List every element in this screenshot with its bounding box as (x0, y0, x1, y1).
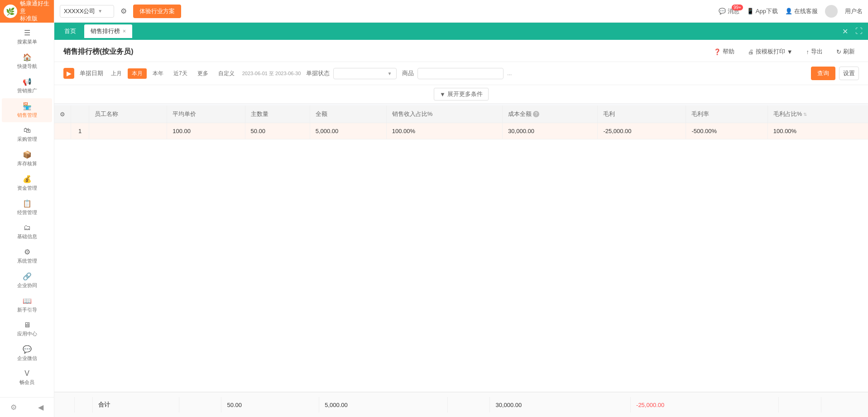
query-button[interactable]: 查询 (811, 67, 835, 80)
footer-table: 合计 50.00 5,000.00 30,000.00 -25,000.00 (60, 397, 863, 412)
system-label: 系统管理 (17, 258, 37, 264)
sidebar-item-inventory[interactable]: 📦 库存核算 (2, 147, 52, 171)
col-sales-pct: 销售收入占比% (386, 105, 502, 123)
trial-button[interactable]: 体验行业方案 (133, 5, 181, 18)
row-avg-price-0: 100.00 (167, 123, 245, 139)
footer-gross-pct (821, 397, 863, 412)
settings-button[interactable]: 设置 (839, 67, 859, 80)
date-tab-custom[interactable]: 自定义 (214, 68, 239, 79)
print-button[interactable]: 🖨 按模板打印 ▼ (744, 45, 797, 58)
refresh-icon: ↻ (836, 48, 841, 55)
appstore-label: 应用中心 (17, 331, 37, 337)
expand-conditions-btn[interactable]: ▼ 展开更多条件 (434, 88, 489, 101)
footer-amount: 5,000.00 (319, 397, 447, 412)
date-range-display: 2023-06-01 至 2023-06-30 (242, 70, 301, 77)
sidebar-item-basic[interactable]: 🗂 基础信息 (2, 220, 52, 244)
goods-filter-input[interactable] (417, 68, 504, 79)
wechat-label: 企业微信 (17, 355, 37, 362)
footer-sales-pct (447, 397, 490, 412)
col-name: 员工名称 (89, 105, 167, 123)
tab-bar-close-icon[interactable]: ✕ (840, 25, 850, 38)
expand-row: ▼ 展开更多条件 (54, 85, 868, 104)
expand-icon: ▼ (440, 91, 446, 98)
basic-label: 基础信息 (17, 233, 37, 240)
col-gross-pct: 毛利占比% ⇅ (767, 105, 868, 123)
sidebar-nav: ☰ 搜索菜单 🏠 快捷导航 📢 营销推广 🏪 销售管理 🛍 采购管理 📦 库存核… (0, 23, 54, 397)
sales-label: 销售管理 (17, 112, 37, 119)
row-settings-0[interactable] (54, 123, 71, 139)
tab-close-icon[interactable]: × (123, 28, 126, 34)
sidebar-item-finance[interactable]: 💰 资金管理 (2, 171, 52, 195)
online-service-link[interactable]: 👤 在线客服 (785, 7, 818, 15)
header-settings-icon[interactable]: ⚙ (119, 5, 129, 17)
wechat-icon: 💬 (23, 345, 32, 354)
col-quantity: 主数量 (245, 105, 310, 123)
sidebar-item-purchase[interactable]: 🛍 采购管理 (2, 123, 52, 146)
app-download-link[interactable]: 📱 App下载 (747, 7, 778, 15)
sales-icon: 🏪 (23, 102, 32, 110)
gross-pct-sort-icon[interactable]: ⇅ (803, 112, 807, 117)
refresh-button[interactable]: ↻ 刷新 (832, 45, 859, 58)
user-avatar[interactable] (825, 5, 838, 18)
sidebar-item-search[interactable]: ☰ 搜索菜单 (2, 25, 52, 49)
shortcut-icon: 🏠 (23, 53, 32, 62)
sidebar-item-operation[interactable]: 📋 经营管理 (2, 196, 52, 220)
date-tab-this-month[interactable]: 本月 (128, 68, 147, 79)
operation-icon: 📋 (23, 199, 32, 208)
export-button[interactable]: ↑ 导出 (802, 45, 827, 58)
date-tab-last-month[interactable]: 上月 (107, 68, 126, 79)
date-filter-group: 单据日期 上月 本月 本年 近7天 更多 自定义 2023-06-01 至 20… (80, 68, 301, 79)
search-icon: ☰ (24, 29, 30, 37)
collab-label: 企业协同 (17, 282, 37, 289)
table-container: ⚙ 员工名称 平均单价 主数量 全额 销售收入占比% 成本全额 ? (54, 105, 868, 392)
sidebar-item-sales[interactable]: 🏪 销售管理 (2, 98, 52, 122)
filter-bar: ▶ 单据日期 上月 本月 本年 近7天 更多 自定义 2023-06-01 至 … (54, 62, 868, 85)
collab-icon: 🔗 (23, 272, 32, 281)
sidebar-item-wechat[interactable]: 💬 企业微信 (2, 341, 52, 365)
date-tab-more[interactable]: 更多 (193, 68, 212, 79)
status-select[interactable]: ▼ (333, 68, 397, 79)
help-button[interactable]: ❓ 帮助 (710, 45, 739, 58)
purchase-label: 采购管理 (17, 136, 37, 143)
status-select-arrow: ▼ (387, 71, 392, 76)
date-tab-this-year[interactable]: 本年 (149, 68, 168, 79)
page-actions: ❓ 帮助 🖨 按模板打印 ▼ ↑ 导出 ↻ 刷新 (710, 45, 859, 58)
sidebar-collapse-icon[interactable]: ◀ (36, 401, 45, 413)
service-icon: 👤 (785, 8, 792, 14)
message-icon: 💬 (719, 8, 726, 14)
message-button[interactable]: 💬 消息 99+ (719, 7, 739, 15)
company-selector[interactable]: XXXXX公司 ▼ (60, 5, 114, 18)
footer-cost: 30,000.00 (490, 397, 631, 412)
member-icon: V (24, 369, 29, 378)
content-area: 销售排行榜(按业务员) ❓ 帮助 🖨 按模板打印 ▼ ↑ 导出 ↻ 刷新 (54, 40, 868, 417)
cost-info-icon[interactable]: ? (533, 111, 539, 117)
footer-empty-rank (74, 397, 92, 412)
finance-icon: 💰 (23, 175, 32, 183)
refresh-label: 刷新 (843, 48, 855, 56)
sidebar-item-appstore[interactable]: 🖥 应用中心 (2, 317, 52, 341)
marketing-label: 营销推广 (17, 87, 37, 94)
sidebar-item-marketing[interactable]: 📢 营销推广 (2, 74, 52, 98)
col-settings[interactable]: ⚙ (54, 105, 71, 123)
goods-filter-more[interactable]: ... (507, 70, 512, 77)
sidebar-item-collab[interactable]: 🔗 企业协同 (2, 268, 52, 292)
col-avg-price: 平均单价 (167, 105, 245, 123)
row-gross-rate-0: -500.00% (686, 123, 767, 139)
sidebar-item-member[interactable]: V 畅会员 (2, 366, 52, 389)
sidebar-item-guide[interactable]: 📖 新手引导 (2, 293, 52, 317)
service-label: 在线客服 (794, 7, 818, 15)
tab-home[interactable]: 首页 (58, 24, 82, 38)
tab-sales-ranking[interactable]: 销售排行榜 × (84, 24, 132, 38)
sidebar-settings-icon[interactable]: ⚙ (9, 401, 19, 413)
sidebar-item-shortcut[interactable]: 🏠 快捷导航 (2, 49, 52, 73)
tab-bar-expand-icon[interactable]: ⛶ (854, 25, 864, 37)
row-gross-0: -25,000.00 (598, 123, 686, 139)
col-cost: 成本全额 ? (503, 105, 598, 123)
date-tab-7days[interactable]: 近7天 (169, 68, 192, 79)
member-label: 畅会员 (19, 379, 34, 386)
date-filter-label: 单据日期 (80, 69, 103, 77)
sidebar-item-system[interactable]: ⚙ 系统管理 (2, 244, 52, 268)
data-table: ⚙ 员工名称 平均单价 主数量 全额 销售收入占比% 成本全额 ? (54, 105, 868, 139)
user-name[interactable]: 用户名 (845, 7, 863, 15)
filter-toggle-btn[interactable]: ▶ (63, 68, 74, 79)
